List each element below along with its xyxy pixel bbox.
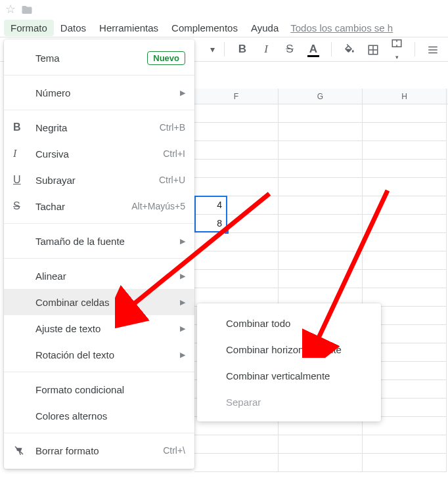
submenu-arrow-icon: ▶	[180, 89, 185, 97]
column-headers: F G H	[194, 89, 448, 104]
format-menu: Tema Nuevo Número ▶ B Negrita Ctrl+B I C…	[4, 39, 194, 469]
menu-borrar-formato[interactable]: Borrar formato Ctrl+\	[4, 437, 194, 464]
menu-label: Colores alternos	[35, 410, 185, 422]
save-status[interactable]: Todos los cambios se h	[290, 22, 393, 33]
menu-label: Tachar	[35, 201, 131, 212]
menu-herramientas[interactable]: Herramientas	[93, 20, 165, 36]
col-header[interactable]: H	[363, 89, 447, 104]
star-icon[interactable]: ☆	[5, 2, 16, 16]
selection[interactable]: 4 8	[194, 196, 227, 232]
menu-label: Cursiva	[35, 148, 163, 160]
menu-tema[interactable]: Tema Nuevo	[4, 45, 194, 71]
fillcolor-button[interactable]	[341, 43, 358, 56]
menu-label: Tema	[35, 53, 147, 64]
selection-handle[interactable]	[225, 230, 229, 234]
menu-label: Subrayar	[35, 175, 159, 186]
menu-formato[interactable]: Formato	[4, 20, 54, 36]
menu-datos[interactable]: Datos	[54, 20, 93, 36]
col-header[interactable]: F	[194, 89, 279, 104]
svg-line-6	[15, 446, 23, 454]
menu-tachar[interactable]: S Tachar Alt+Mayús+5	[4, 193, 194, 219]
menu-label: Formato condicional	[35, 384, 185, 395]
menu-label: Tamaño de la fuente	[35, 236, 175, 247]
shortcut: Ctrl+\	[163, 445, 185, 456]
submenu-arrow-icon: ▶	[180, 324, 185, 333]
merge-vertical[interactable]: Combinar verticalmente	[197, 362, 381, 389]
merge-submenu: Combinar todo Combinar horizontalmente C…	[197, 303, 381, 422]
menu-label: Ajuste de texto	[35, 323, 175, 334]
shortcut: Ctrl+U	[159, 175, 185, 185]
merge-button[interactable]: ▾	[388, 36, 405, 62]
folder-icon[interactable]	[21, 3, 33, 16]
menu-label: Rotación del texto	[35, 349, 175, 360]
menu-subrayar[interactable]: U Subrayar Ctrl+U	[4, 167, 194, 193]
bold-button[interactable]: B	[234, 43, 251, 56]
shortcut: Ctrl+I	[163, 148, 185, 159]
toolbar-dropdown-icon[interactable]: ▾	[210, 44, 215, 54]
clear-format-icon	[13, 445, 35, 457]
textcolor-button[interactable]: A	[305, 43, 322, 56]
strike-icon: S	[13, 200, 35, 212]
col-header[interactable]: G	[279, 89, 363, 104]
menu-combinar-celdas[interactable]: Combinar celdas ▶	[4, 289, 194, 315]
submenu-arrow-icon: ▶	[180, 237, 185, 246]
menu-label: Borrar formato	[35, 445, 163, 456]
submenu-arrow-icon: ▶	[180, 272, 185, 280]
italic-button[interactable]: I	[258, 43, 275, 56]
underline-icon: U	[13, 174, 35, 186]
borders-button[interactable]	[365, 43, 382, 56]
menu-complementos[interactable]: Complementos	[165, 20, 244, 36]
grid[interactable]	[194, 104, 448, 499]
menubar: Formato Datos Herramientas Complementos …	[0, 18, 448, 37]
submenu-arrow-icon: ▶	[180, 351, 185, 359]
italic-icon: I	[13, 148, 35, 160]
nuevo-badge: Nuevo	[147, 51, 185, 65]
menu-ajuste-texto[interactable]: Ajuste de texto ▶	[4, 315, 194, 341]
bold-icon: B	[13, 121, 35, 133]
menu-colores-alternos[interactable]: Colores alternos	[4, 402, 194, 429]
menu-label: Alinear	[35, 271, 175, 282]
shortcut: Alt+Mayús+5	[131, 201, 185, 211]
cell-value: 4	[196, 197, 226, 215]
submenu-arrow-icon: ▶	[180, 298, 185, 307]
menu-label: Combinar celdas	[35, 297, 175, 308]
menu-ayuda[interactable]: Ayuda	[244, 20, 285, 36]
merge-all[interactable]: Combinar todo	[197, 310, 381, 336]
menu-label: Negrita	[35, 122, 160, 133]
menu-formato-condicional[interactable]: Formato condicional	[4, 376, 194, 402]
menu-negrita[interactable]: B Negrita Ctrl+B	[4, 114, 194, 141]
align-button[interactable]	[424, 43, 441, 56]
merge-separate: Separar	[197, 389, 381, 415]
menu-numero[interactable]: Número ▶	[4, 79, 194, 106]
menu-cursiva[interactable]: I Cursiva Ctrl+I	[4, 141, 194, 167]
menu-rotacion-texto[interactable]: Rotación del texto ▶	[4, 341, 194, 368]
merge-horizontal[interactable]: Combinar horizontalmente	[197, 336, 381, 362]
strike-button[interactable]: S	[281, 43, 298, 56]
cell-value: 8	[196, 215, 226, 234]
menu-alinear[interactable]: Alinear ▶	[4, 263, 194, 289]
menu-label: Número	[35, 87, 175, 98]
menu-tamano-fuente[interactable]: Tamaño de la fuente ▶	[4, 228, 194, 254]
shortcut: Ctrl+B	[160, 122, 185, 133]
